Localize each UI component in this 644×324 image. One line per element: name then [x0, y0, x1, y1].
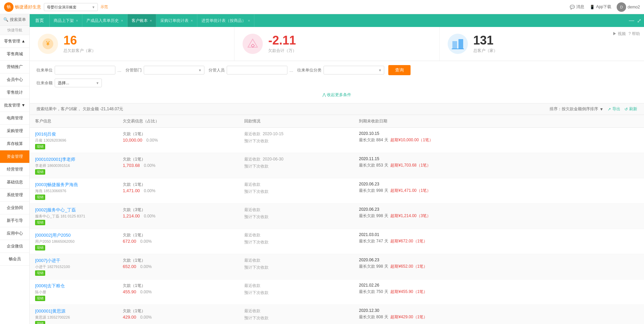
- next-payment: 预计下次收款: [244, 315, 348, 321]
- overdue-amount[interactable]: 超期¥10,000.00（1笔）: [390, 138, 433, 142]
- tab-maximize-btn[interactable]: ⤢: [637, 18, 641, 24]
- video-btn[interactable]: ▶ 视频: [613, 31, 626, 37]
- sidebar-item-ecom-mgmt[interactable]: 电商管理: [0, 112, 29, 125]
- filter-unit-category: 往来单位分类: [297, 66, 384, 75]
- debt-amount[interactable]: 652.00: [123, 264, 136, 269]
- user-btn[interactable]: D demo2: [617, 2, 640, 12]
- tab-product-shelf[interactable]: 商品上下架 ×: [50, 14, 82, 27]
- sidebar-item-app-center[interactable]: 应用中心: [0, 227, 29, 240]
- tab-product-history[interactable]: 产成品入库单历史 ×: [82, 14, 127, 27]
- sidebar-search[interactable]: 🔍 搜索菜单: [0, 14, 29, 26]
- search-btn[interactable]: 查询: [388, 65, 411, 75]
- unit-balance-select[interactable]: 选择...: [55, 79, 102, 87]
- debt-amount[interactable]: 1,214.00: [123, 213, 140, 218]
- overdue-amount[interactable]: 超期¥672.00（1笔）: [390, 239, 427, 243]
- app-download-btn[interactable]: 📱 App下载: [590, 4, 611, 10]
- debt-amount[interactable]: 1,703.68: [123, 163, 140, 168]
- collapse-btn[interactable]: ⋀ 收起更多条件: [36, 91, 637, 99]
- overdue-amount[interactable]: 超期¥652.00（1笔）: [390, 264, 427, 269]
- overdue-amount[interactable]: 超期¥429.00（1笔）: [390, 315, 427, 319]
- tab-product-shelf-close[interactable]: ×: [76, 19, 78, 23]
- overdue-amount[interactable]: 超期¥1,471.00（1笔）: [390, 188, 431, 193]
- debt-ratio: 0.00%: [140, 239, 152, 244]
- overdue-amount[interactable]: 超期¥1,703.68（1笔）: [390, 163, 431, 168]
- overdue-days: 最长欠款 750 天: [359, 289, 389, 294]
- message-btn[interactable]: 💬 消息: [570, 4, 584, 10]
- stat-total-customers-label: 总客户（家）: [473, 48, 498, 54]
- customer-info-cell: [0001020001]李老师 李老师 18600391516 现销: [30, 153, 117, 178]
- sidebar-item-member[interactable]: 会员中心: [0, 73, 29, 86]
- sidebar-item-retail-store[interactable]: 零售商城: [0, 48, 29, 61]
- sort-btn[interactable]: 排序：按欠款金额倒序排序 ▼: [550, 106, 604, 112]
- debt-amount[interactable]: 429.00: [123, 315, 136, 320]
- debt-info-cell: 欠款（1笔） 455.90 0.00%: [117, 279, 239, 305]
- stat-total-customers: 131 总客户（家） ▶ 视频 ? 帮助: [440, 27, 644, 61]
- stat-icon-orange: ¥: [38, 34, 58, 54]
- industry-selector[interactable]: 母婴行业演示账套: [44, 3, 98, 11]
- tab-purchase-stats[interactable]: 进货单统计表（按商品） ×: [197, 14, 254, 27]
- export-btn[interactable]: ↗ 导出: [608, 106, 620, 112]
- sidebar-item-corp-wechat[interactable]: 企业微信: [0, 240, 29, 253]
- unit-category-select-wrap[interactable]: [324, 66, 384, 75]
- sidebar-item-vip[interactable]: 畅会员: [0, 253, 29, 266]
- results-summary: 搜索结果中，客户16家， 欠款金额 -21,148.07元: [36, 106, 123, 112]
- next-payment: 预计下次收款: [244, 239, 348, 245]
- tab-purchase-order-close[interactable]: ×: [191, 19, 193, 23]
- table-row: [0002]服务中心_丁磊 服务中心_丁磊 181 0125 8371 现销 欠…: [30, 204, 644, 229]
- customer-code[interactable]: [0007]小进干: [35, 258, 112, 264]
- debt-amount[interactable]: 672.00: [123, 239, 136, 244]
- customer-info-cell: [0007]小进干 小进干 18279152100 现销: [30, 254, 117, 279]
- due-date-cell: 2020.06.23 最长欠款 998 天 超期¥1,471.00（1笔）: [354, 178, 644, 204]
- unit-balance-select-wrap[interactable]: 选择...: [55, 79, 102, 87]
- last-payment: 最近收款: [244, 258, 348, 263]
- overdue-info: 最长欠款 998 天 超期¥652.00（1笔）: [359, 264, 639, 269]
- customer-code[interactable]: [000001]黄思源: [35, 308, 112, 314]
- debt-info-cell: 欠款（1笔） 10,000.00 0.00%: [117, 128, 239, 153]
- customer-code[interactable]: [0016]吕俊: [35, 131, 112, 137]
- tab-product-history-close[interactable]: ×: [121, 19, 123, 23]
- customer-info-cell: [000002]用户2050 用户2050 18665062050 现销: [30, 229, 117, 254]
- sidebar-item-inventory[interactable]: 库存核算: [0, 138, 29, 150]
- sidebar-item-batch-mgmt[interactable]: 批发管理 ▼: [0, 99, 29, 112]
- sidebar-item-corp-collab[interactable]: 企业协同: [0, 202, 29, 214]
- dept-select-wrap[interactable]: [144, 66, 204, 75]
- debt-amount[interactable]: 10,000.00: [123, 138, 142, 143]
- customer-code[interactable]: [0002]服务中心_丁磊: [35, 207, 112, 213]
- tab-customer-account-close[interactable]: ×: [150, 19, 152, 23]
- top-bar-right: 💬 消息 📱 App下载 D demo2: [570, 2, 640, 12]
- sidebar-item-marketing[interactable]: 营销推广: [0, 61, 29, 73]
- customer-code[interactable]: [0003]畅捷服务尹海燕: [35, 182, 112, 188]
- tab-purchase-stats-close[interactable]: ×: [248, 19, 250, 23]
- debt-amount[interactable]: 1,471.00: [123, 188, 140, 193]
- person-input[interactable]: [227, 66, 287, 75]
- overdue-amount[interactable]: 超期¥455.90（1笔）: [390, 289, 427, 294]
- industry-selector-wrap[interactable]: 母婴行业演示账套: [44, 3, 98, 11]
- sidebar-item-purchase-mgmt[interactable]: 采购管理: [0, 125, 29, 138]
- tab-customer-account-label: 客户账本: [132, 18, 148, 24]
- debt-amount[interactable]: 455.90: [123, 289, 136, 294]
- refresh-btn[interactable]: ↺ 刷新: [624, 106, 637, 112]
- sidebar-item-system[interactable]: 系统管理: [0, 189, 29, 202]
- tab-home[interactable]: 首页: [30, 14, 50, 27]
- sidebar-item-ops-mgmt[interactable]: 经营管理: [0, 163, 29, 176]
- unit-category-select[interactable]: [324, 66, 384, 75]
- from-unit-input[interactable]: [55, 66, 115, 75]
- dept-select[interactable]: [144, 66, 204, 75]
- sidebar-item-retail-mgmt[interactable]: 零售管理 ▲: [0, 35, 29, 48]
- tab-customer-account[interactable]: 客户账本 ×: [128, 14, 156, 27]
- sidebar-item-capital-mgmt[interactable]: 资金管理: [0, 150, 29, 163]
- system-label: 系统管理: [7, 193, 23, 197]
- inventory-label: 库存核算: [7, 141, 23, 146]
- help-btn[interactable]: ? 帮助: [628, 31, 640, 37]
- tab-minimize-btn[interactable]: —: [629, 18, 634, 24]
- sidebar-item-retail-stats[interactable]: 零售统计: [0, 86, 29, 99]
- customer-code[interactable]: [0001020001]李老师: [35, 156, 112, 163]
- retail-stats-label: 零售统计: [7, 90, 23, 95]
- customer-code[interactable]: [000002]用户2050: [35, 232, 112, 238]
- overdue-amount[interactable]: 超期¥1,214.00（3笔）: [390, 213, 431, 218]
- customer-contact: 黄思源 13552700226: [35, 315, 112, 320]
- sidebar-item-new-guide[interactable]: 新手引导: [0, 214, 29, 227]
- sidebar-item-basic-info[interactable]: 基础信息: [0, 176, 29, 189]
- customer-code[interactable]: [0006]去下粮仓: [35, 283, 112, 289]
- tab-purchase-order[interactable]: 采购订单统计表 ×: [156, 14, 197, 27]
